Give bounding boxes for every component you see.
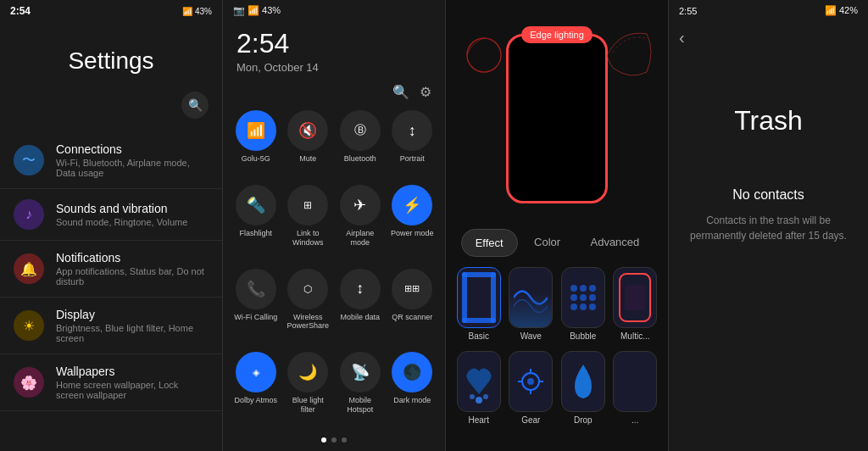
effect-heart[interactable]: Heart	[456, 351, 502, 425]
settings-item-connections[interactable]: 〜 Connections Wi-Fi, Bluetooth, Airplane…	[0, 132, 222, 189]
tab-color[interactable]: Color	[520, 229, 574, 257]
edge-orb-right-icon	[604, 25, 659, 81]
effect-extra[interactable]: ...	[613, 351, 659, 425]
airplane-label: Airplane mode	[337, 229, 383, 248]
mute-label: Mute	[299, 154, 316, 164]
svg-point-7	[470, 394, 475, 399]
qs-tile-airplane[interactable]: ✈ Airplane mode	[337, 185, 383, 262]
effect-wave[interactable]: Wave	[509, 267, 554, 341]
svg-point-0	[467, 38, 501, 72]
settings-title: Settings	[0, 22, 222, 92]
wifi-icon: 📶	[236, 110, 276, 151]
qs-tile-dolby[interactable]: ◈ Dolby Atmos	[233, 352, 279, 429]
bubble-dot	[589, 294, 596, 301]
effect-basic-preview	[457, 267, 501, 328]
settings-panel: 2:54 📶 43% Settings 🔍 〜 Connections Wi-F…	[0, 0, 223, 451]
trash-empty-state: No contacts Contacts in the trash will b…	[669, 170, 868, 260]
settings-search-bar: 🔍	[0, 92, 222, 132]
search-icon[interactable]: 🔍	[181, 92, 209, 119]
airplane-icon: ✈	[340, 185, 381, 226]
display-title: Display	[56, 308, 209, 321]
qs-tile-power[interactable]: ⚡ Power mode	[390, 185, 436, 262]
svg-rect-3	[462, 272, 496, 277]
qs-tile-bluetooth[interactable]: Ⓑ Bluetooth	[337, 110, 383, 178]
wifi-calling-icon: 📞	[236, 269, 276, 309]
effect-drop-preview	[561, 351, 605, 412]
edge-phone-preview: Edge lighting	[506, 34, 608, 203]
edge-top-preview: Edge lighting	[446, 0, 668, 220]
edge-lighting-label: Edge lighting	[521, 26, 593, 43]
qs-settings-icon[interactable]: ⚙	[420, 84, 431, 100]
display-icon: ☀	[14, 310, 44, 341]
qs-pagination-dots	[223, 429, 445, 451]
edge-effects-grid: Basic Wave	[446, 257, 668, 351]
tab-effect[interactable]: Effect	[461, 229, 518, 257]
svg-point-9	[483, 394, 488, 399]
svg-point-11	[527, 378, 534, 385]
wireless-power-icon: ⬡	[287, 269, 328, 309]
trash-status-bar: 2:55 📶 42%	[669, 0, 868, 21]
bubble-dot	[580, 303, 587, 310]
effect-extra-label: ...	[632, 415, 638, 425]
qs-tile-wifi[interactable]: 📶 Golu-5G	[233, 110, 279, 178]
qs-tile-link-windows[interactable]: ⊞ Link to Windows	[286, 185, 331, 262]
sounds-title: Sounds and vibration	[56, 202, 187, 215]
trash-time: 2:55	[679, 6, 697, 16]
qs-tile-hotspot[interactable]: 📡 Mobile Hotspot	[337, 352, 383, 429]
settings-item-wallpapers[interactable]: 🌸 Wallpapers Home screen wallpaper, Lock…	[0, 354, 222, 411]
qs-tile-dark-mode[interactable]: 🌑 Dark mode	[390, 352, 436, 429]
qs-tile-mute[interactable]: 🔇 Mute	[286, 110, 331, 178]
settings-status-icons: 📶 43%	[182, 7, 212, 16]
blue-light-icon: 🌙	[287, 352, 328, 393]
effect-basic[interactable]: Basic	[456, 267, 502, 341]
trash-panel: 2:55 📶 42% ‹ Trash No contacts Contacts …	[669, 0, 868, 451]
connections-icon: 〜	[14, 145, 44, 175]
back-button[interactable]: ‹	[669, 28, 695, 47]
qs-search-icon[interactable]: 🔍	[392, 84, 409, 100]
hotspot-icon: 📡	[340, 352, 381, 393]
effect-bubble[interactable]: Bubble	[560, 267, 606, 341]
bubble-dot	[570, 285, 577, 292]
qs-tile-wireless-power[interactable]: ⬡ Wireless PowerShare	[286, 269, 331, 346]
mobile-data-label: Mobile data	[340, 313, 380, 322]
effect-gear-preview	[509, 351, 553, 412]
tab-advanced[interactable]: Advanced	[576, 229, 653, 257]
effect-drop-label: Drop	[574, 415, 593, 425]
qs-action-bar: 🔍 ⚙	[223, 84, 445, 110]
mobile-data-icon: ↕	[340, 269, 381, 309]
qs-tile-mobile-data[interactable]: ↕ Mobile data	[337, 269, 383, 346]
quick-settings-panel: 📷 📶 43% 2:54 Mon, October 14 🔍 ⚙ 📶 Golu-…	[223, 0, 446, 451]
effect-bubble-preview	[561, 267, 605, 328]
portrait-icon: ↕	[392, 110, 432, 151]
effect-heart-preview	[457, 351, 501, 412]
qs-tile-qr[interactable]: ⊞⊞ QR scanner	[390, 269, 436, 346]
qs-dot-1	[321, 437, 326, 443]
svg-point-8	[476, 397, 482, 404]
mute-icon: 🔇	[287, 110, 328, 151]
portrait-label: Portrait	[400, 154, 425, 164]
connections-text: Connections Wi-Fi, Bluetooth, Airplane m…	[56, 142, 209, 178]
blue-light-label: Blue light filter	[286, 396, 331, 415]
qs-tile-flashlight[interactable]: 🔦 Flashlight	[233, 185, 279, 262]
dark-mode-icon: 🌑	[392, 352, 432, 393]
settings-status-bar: 2:54 📶 43%	[0, 0, 222, 22]
qs-tile-blue-light[interactable]: 🌙 Blue light filter	[286, 352, 331, 429]
svg-rect-1	[462, 272, 467, 323]
effect-drop[interactable]: Drop	[560, 351, 606, 425]
qs-tile-portrait[interactable]: ↕ Portrait	[390, 110, 436, 178]
settings-item-notifications[interactable]: 🔔 Notifications App notifications, Statu…	[0, 241, 222, 298]
notifications-title: Notifications	[56, 251, 209, 264]
wallpapers-title: Wallpapers	[56, 365, 209, 378]
effect-multicolor[interactable]: Multic...	[613, 267, 659, 341]
settings-item-display[interactable]: ☀ Display Brightness, Blue light filter,…	[0, 298, 222, 354]
dark-mode-label: Dark mode	[393, 396, 431, 405]
effect-gear-label: Gear	[521, 415, 540, 425]
qr-icon: ⊞⊞	[392, 269, 432, 309]
qr-label: QR scanner	[392, 313, 432, 322]
power-icon: ⚡	[392, 185, 432, 226]
effect-gear[interactable]: Gear	[509, 351, 554, 425]
sounds-text: Sounds and vibration Sound mode, Rington…	[56, 202, 187, 227]
qs-tile-wifi-calling[interactable]: 📞 Wi-Fi Calling	[233, 269, 279, 346]
qs-clock: 2:54	[223, 21, 445, 59]
settings-item-sounds[interactable]: ♪ Sounds and vibration Sound mode, Ringt…	[0, 189, 222, 241]
